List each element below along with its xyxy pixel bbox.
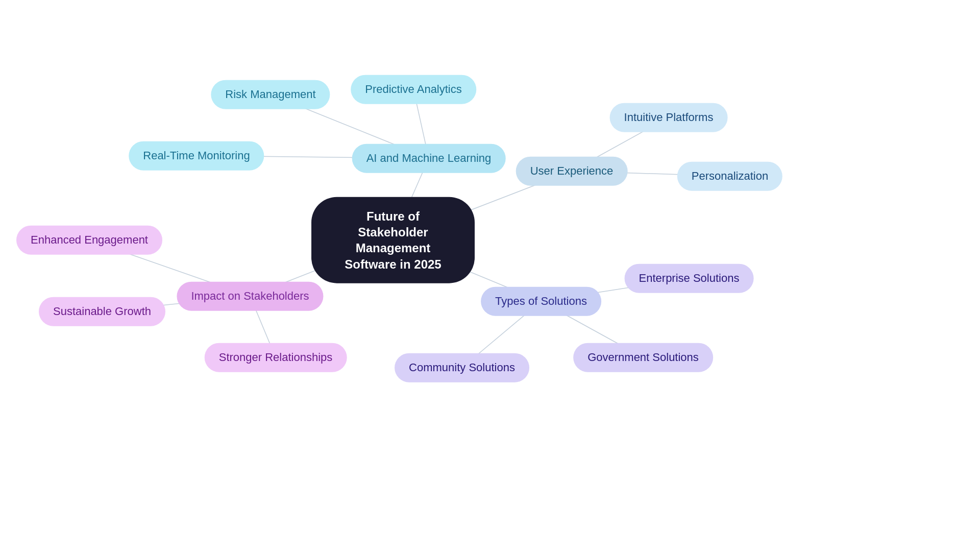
node-risk: Risk Management <box>211 80 330 109</box>
node-personal: Personalization <box>677 162 782 191</box>
node-intuitive: Intuitive Platforms <box>610 103 728 132</box>
node-enterprise: Enterprise Solutions <box>625 264 754 293</box>
connection-lines <box>0 0 980 553</box>
node-ai: AI and Machine Learning <box>352 144 506 173</box>
node-community: Community Solutions <box>395 353 529 382</box>
node-enhanced: Enhanced Engagement <box>16 226 162 255</box>
node-realtime: Real-Time Monitoring <box>129 141 264 171</box>
node-impact: Impact on Stakeholders <box>177 282 323 311</box>
center-node: Future of Stakeholder Management Softwar… <box>311 197 475 283</box>
node-sustainable: Sustainable Growth <box>39 297 165 326</box>
node-ux: User Experience <box>516 157 628 186</box>
node-predictive: Predictive Analytics <box>351 75 476 104</box>
node-government: Government Solutions <box>573 343 713 372</box>
mind-map-canvas: Future of Stakeholder Management Softwar… <box>0 0 980 553</box>
node-types: Types of Solutions <box>481 287 601 316</box>
node-stronger: Stronger Relationships <box>205 343 347 372</box>
